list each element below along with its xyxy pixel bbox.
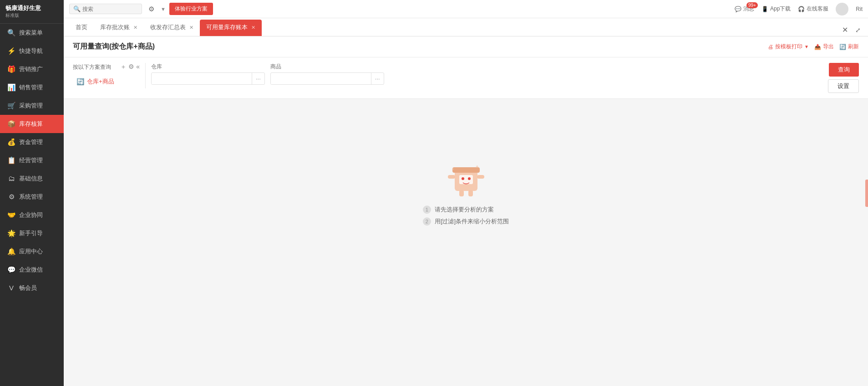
trial-button[interactable]: 体验行业方案 — [169, 3, 213, 15]
sidebar-label-inventory: 库存核算 — [19, 120, 43, 128]
filter-product-more-btn[interactable]: ··· — [371, 73, 384, 84]
service-button[interactable]: 🎧 在线客服 — [798, 5, 828, 13]
filter-product-input[interactable] — [271, 73, 371, 84]
sidebar-label-app-center: 应用中心 — [19, 247, 43, 256]
sidebar-menu: 🔍 搜索菜单 ⚡ 快捷导航 🎁 营销推广 📊 销售管理 🛒 采购管理 📦 库存核… — [0, 24, 64, 386]
tip-text-2: 用[过滤]条件来缩小分析范围 — [435, 217, 509, 226]
sidebar-icon-basic: 🗂 — [7, 175, 15, 182]
print-icon: 🖨 — [768, 44, 773, 50]
sidebar-item-finance[interactable]: 💰 资金管理 — [0, 133, 64, 151]
page-actions: 🖨 按模板打印 ▼ 📤 导出 🔄 刷新 — [768, 43, 859, 51]
tab-close-receipt-summary[interactable]: ✕ — [189, 25, 193, 31]
filter-warehouse-more-btn[interactable]: ··· — [252, 73, 264, 84]
sidebar-icon-sales: 📊 — [7, 83, 15, 92]
add-scheme-icon[interactable]: ＋ — [120, 63, 127, 71]
tab-label-batch-account: 库存批次账 — [100, 23, 130, 31]
avatar[interactable] — [836, 3, 848, 15]
sidebar: 畅康通好生意 标准版 🔍 搜索菜单 ⚡ 快捷导航 🎁 营销推广 📊 销售管理 🛒… — [0, 0, 64, 386]
sidebar-item-app-center[interactable]: 🔔 应用中心 — [0, 242, 64, 261]
query-button[interactable]: 查询 — [829, 63, 859, 77]
message-icon: 💬 — [735, 6, 741, 12]
gear-icon[interactable]: ⚙ — [146, 3, 157, 15]
svg-rect-8 — [468, 190, 473, 196]
export-button[interactable]: 📤 导出 — [814, 43, 834, 51]
topbar-search-box[interactable]: 🔍 — [69, 4, 142, 14]
svg-rect-2 — [459, 175, 473, 184]
message-badge: 99+ — [746, 2, 758, 8]
scheme-item-icon: 🔄 — [76, 78, 84, 85]
sidebar-item-sales[interactable]: 📊 销售管理 — [0, 78, 64, 97]
service-label: 在线客服 — [807, 5, 828, 13]
sidebar-icon-system: ⚙ — [7, 193, 15, 201]
svg-text:✦: ✦ — [475, 164, 479, 169]
filter-field-warehouse: 仓库 ··· — [151, 63, 265, 85]
tab-receipt-summary[interactable]: 收发存汇总表✕ — [144, 20, 200, 36]
export-icon: 📤 — [814, 44, 821, 50]
sidebar-label-member: 畅会员 — [19, 284, 37, 292]
sidebar-icon-search: 🔍 — [7, 29, 15, 37]
svg-rect-6 — [477, 175, 484, 179]
sidebar-item-guide[interactable]: 🌟 新手引导 — [0, 224, 64, 242]
svg-point-3 — [462, 177, 464, 180]
print-button[interactable]: 🖨 按模板打印 ▼ — [768, 43, 809, 51]
sidebar-icon-wechat: 💬 — [7, 266, 15, 274]
sidebar-item-purchase[interactable]: 🛒 采购管理 — [0, 97, 64, 115]
scroll-indicator[interactable] — [865, 180, 868, 207]
settings-button[interactable]: 设置 — [828, 79, 859, 93]
sidebar-icon-inventory: 📦 — [7, 120, 15, 128]
app-download-button[interactable]: 📱 App下载 — [761, 5, 791, 13]
message-button[interactable]: 💬 消息 99+ — [735, 5, 754, 13]
username-label: Rit — [856, 6, 863, 12]
svg-point-4 — [468, 177, 471, 180]
tip-text-1: 请先选择要分析的方案 — [435, 206, 494, 214]
sidebar-item-member[interactable]: V 畅会员 — [0, 279, 64, 297]
search-input[interactable] — [82, 6, 137, 12]
sidebar-label-purchase: 采购管理 — [19, 102, 43, 110]
scheme-item-warehouse-product[interactable]: 🔄 仓库+商品 — [73, 75, 140, 88]
sidebar-item-marketing[interactable]: 🎁 营销推广 — [0, 60, 64, 78]
filter-area: 按以下方案查询 ＋ ⚙ « 🔄 仓库+商品 仓库 — [64, 57, 868, 99]
sidebar-logo-title: 畅康通好生意 — [5, 5, 58, 12]
export-label: 导出 — [823, 43, 834, 51]
tab-close-all-button[interactable]: ✕ — [840, 24, 850, 36]
search-icon: 🔍 — [73, 5, 81, 12]
filter-fields: 仓库 ··· 商品 ··· — [151, 63, 822, 85]
tab-label-home: 首页 — [76, 23, 87, 31]
sidebar-item-system[interactable]: ⚙ 系统管理 — [0, 188, 64, 206]
empty-tip-2: 2 用[过滤]条件来缩小分析范围 — [423, 217, 509, 226]
sidebar-item-basic[interactable]: 🗂 基础信息 — [0, 170, 64, 188]
sidebar-logo-subtitle: 标准版 — [5, 12, 58, 19]
refresh-button[interactable]: 🔄 刷新 — [839, 43, 859, 51]
filter-warehouse-label: 仓库 — [151, 63, 265, 71]
sidebar-item-quick-nav[interactable]: ⚡ 快捷导航 — [0, 42, 64, 60]
sidebar-item-search[interactable]: 🔍 搜索菜单 — [0, 24, 64, 42]
filter-product-input-wrap: ··· — [270, 72, 384, 85]
sidebar-label-operations: 经营管理 — [19, 156, 43, 165]
settings-scheme-icon[interactable]: ⚙ — [128, 63, 134, 71]
sidebar-logo: 畅康通好生意 标准版 — [0, 0, 64, 24]
sidebar-label-finance: 资金管理 — [19, 138, 43, 146]
sidebar-icon-app-center: 🔔 — [7, 247, 15, 256]
filter-scheme-actions: ＋ ⚙ « — [120, 63, 140, 71]
sidebar-item-enterprise[interactable]: 🤝 企业协同 — [0, 206, 64, 224]
empty-tips: 1 请先选择要分析的方案 2 用[过滤]条件来缩小分析范围 — [423, 206, 509, 226]
tab-expand-button[interactable]: ⤢ — [853, 25, 863, 36]
tab-close-batch-account[interactable]: ✕ — [133, 25, 137, 31]
topbar-dropdown-icon[interactable]: ▼ — [161, 6, 166, 12]
main-area: 🔍 ⚙ ▼ 体验行业方案 💬 消息 99+ 📱 App下载 🎧 在线客服 Rit — [64, 0, 868, 386]
sidebar-item-inventory[interactable]: 📦 库存核算 — [0, 115, 64, 133]
tab-home[interactable]: 首页 — [69, 20, 94, 36]
sidebar-label-system: 系统管理 — [19, 193, 43, 201]
sidebar-item-wechat[interactable]: 💬 企业微信 — [0, 261, 64, 279]
print-dropdown-icon[interactable]: ▼ — [804, 44, 809, 49]
sidebar-icon-enterprise: 🤝 — [7, 211, 15, 219]
tab-available-ledger[interactable]: 可用量库存账本✕ — [200, 20, 262, 36]
sidebar-label-wechat: 企业微信 — [19, 266, 43, 274]
collapse-scheme-icon[interactable]: « — [136, 63, 140, 71]
sidebar-icon-marketing: 🎁 — [7, 65, 15, 73]
tab-batch-account[interactable]: 库存批次账✕ — [94, 20, 144, 36]
tab-label-available-ledger: 可用量库存账本 — [206, 23, 248, 31]
tab-close-available-ledger[interactable]: ✕ — [251, 25, 255, 31]
filter-warehouse-input[interactable] — [152, 73, 252, 84]
sidebar-item-operations[interactable]: 📋 经营管理 — [0, 151, 64, 170]
